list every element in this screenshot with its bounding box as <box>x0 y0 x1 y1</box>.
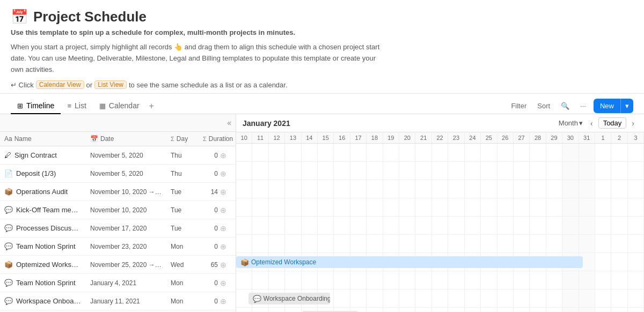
table-row[interactable]: 📦 Operations Audit November 10, 2020 → N… <box>0 183 236 201</box>
cell-date: November 17, 2020 <box>86 222 166 234</box>
row-plus-button[interactable]: ⊕ <box>220 169 226 178</box>
row-plus-button[interactable]: ⊕ <box>220 151 226 160</box>
tab-list-label: List <box>75 101 86 110</box>
tab-calendar[interactable]: ▦ Calendar <box>93 98 146 114</box>
table-row[interactable]: 📦 Optemized Workspace November 25, 2020 … <box>0 256 236 274</box>
cal-date-cell: 25 <box>481 132 497 143</box>
cell-name: 📄 Deposit (1/3) <box>0 167 86 180</box>
cell-duration: 0 ⊕ <box>199 204 231 217</box>
page-header: 📅 Project Schedule Use this template to … <box>0 0 644 94</box>
list-view-pill[interactable]: List View <box>94 80 127 89</box>
col-name-icon: Aa <box>4 135 12 143</box>
cal-date-cell: 15 <box>318 132 334 143</box>
toolbar-actions: Filter Sort 🔍 ··· New ▾ <box>508 99 633 113</box>
cell-day: Mon <box>166 295 199 307</box>
cal-today-button[interactable]: Today <box>598 117 627 129</box>
row-plus-button[interactable]: ⊕ <box>220 188 226 196</box>
table-row[interactable]: 💬 Processes Discussion November 17, 2020… <box>0 219 236 237</box>
cell-name: 📦 Operations Audit <box>0 185 86 198</box>
click-line: ↵ Click Calendar View or List View to se… <box>11 80 633 89</box>
row-plus-button[interactable]: ⊕ <box>220 206 226 214</box>
row-name: Processes Discussion <box>16 224 82 232</box>
cal-date-cell: 3 <box>628 132 644 143</box>
col-day-sum-icon: Σ <box>171 136 174 142</box>
col-name-label: Name <box>14 135 32 143</box>
cal-date-cell: 18 <box>367 132 383 143</box>
row-icon: 📄 <box>4 169 13 177</box>
calendar-view-pill[interactable]: Calendar View <box>36 80 84 89</box>
filter-button[interactable]: Filter <box>508 100 530 112</box>
new-button[interactable]: New ▾ <box>594 99 633 113</box>
row-icon: 📦 <box>4 261 13 269</box>
subtitle: Use this template to spin up a schedule … <box>11 28 633 36</box>
row-plus-button[interactable]: ⊕ <box>220 242 226 251</box>
cell-day: Mon <box>166 241 199 252</box>
table-header: « <box>0 114 236 132</box>
cal-prev-button[interactable]: ‹ <box>587 118 596 129</box>
cal-date-cell: 21 <box>415 132 431 143</box>
row-plus-button[interactable]: ⊕ <box>220 224 226 233</box>
calendar-icon: ▦ <box>99 102 106 110</box>
main-content: « Aa Name 📅 Date Σ Day Σ Duration <box>0 114 644 312</box>
gantt-bar[interactable]: 📦Optemized Workspace <box>236 256 583 268</box>
cal-next-button[interactable]: › <box>628 118 638 129</box>
col-headers: Aa Name 📅 Date Σ Day Σ Duration <box>0 132 236 146</box>
row-icon: 🖊 <box>4 151 11 159</box>
cell-date: November 10, 2020 → Nover <box>86 186 166 198</box>
cell-date: November 23, 2020 <box>86 241 166 252</box>
cell-day: Tue <box>166 204 199 216</box>
row-icon: 💬 <box>4 242 13 250</box>
row-name: Team Notion Sprint <box>16 242 76 250</box>
row-icon: 💬 <box>4 224 13 232</box>
cell-duration: 0 ⊕ <box>199 149 231 162</box>
row-icon: 💬 <box>4 206 13 214</box>
month-selector[interactable]: Month ▾ <box>559 119 583 127</box>
cell-name: 💬 Processes Discussion <box>0 222 86 234</box>
collapse-button[interactable]: « <box>0 116 236 129</box>
row-name: Team Notion Sprint <box>16 279 76 287</box>
table-rows: 🖊 Sign Contract November 5, 2020 Thu 0 ⊕… <box>0 146 236 312</box>
cal-date-cell: 30 <box>562 132 579 143</box>
cell-day: Mon <box>166 277 199 289</box>
cell-date: January 11, 2021 <box>86 295 166 307</box>
cell-day: Wed <box>166 259 199 271</box>
cell-name: 💬 Team Notion Sprint <box>0 240 86 252</box>
tab-timeline-label: Timeline <box>26 101 54 110</box>
add-tab-button[interactable]: + <box>146 99 157 113</box>
tab-timeline[interactable]: ⊞ Timeline <box>11 98 61 114</box>
table-row[interactable]: 📄 Deposit (1/3) November 5, 2020 Thu 0 ⊕ <box>0 165 236 183</box>
sort-button[interactable]: Sort <box>534 100 553 112</box>
table-row[interactable]: 💬 Kick-Off Team meeting November 10, 202… <box>0 201 236 219</box>
cal-date-cell: 19 <box>383 132 399 143</box>
month-arrow: ▾ <box>579 119 583 127</box>
more-button[interactable]: ··· <box>577 100 589 112</box>
cell-name: 📦 Optemized Workspace <box>0 258 86 271</box>
cell-name: 💬 Workspace Onboarding <box>0 295 86 307</box>
table-panel: « Aa Name 📅 Date Σ Day Σ Duration <box>0 114 236 312</box>
gantt-bar[interactable]: 💬Workspace Onboarding <box>248 293 330 304</box>
row-plus-button[interactable]: ⊕ <box>220 261 226 269</box>
cal-date-cell: 22 <box>432 132 448 143</box>
cal-date-cell: 12 <box>269 132 285 143</box>
table-row[interactable]: 🖊 Sign Contract November 5, 2020 Thu 0 ⊕ <box>0 146 236 165</box>
tab-calendar-label: Calendar <box>109 101 140 110</box>
table-row[interactable]: 💬 Team Notion Sprint November 23, 2020 M… <box>0 237 236 256</box>
row-plus-button[interactable]: ⊕ <box>220 279 226 287</box>
col-day-header: Σ Day <box>166 132 199 146</box>
cal-date-cell: 23 <box>448 132 464 143</box>
table-row[interactable]: 💬 Team Notion Sprint January 4, 2021 Mon… <box>0 274 236 292</box>
tab-list[interactable]: ≡ List <box>61 98 92 114</box>
search-button[interactable]: 🔍 <box>558 100 573 112</box>
title-text: Project Schedule <box>33 9 147 25</box>
row-icon: 💬 <box>4 297 13 305</box>
calendar-panel: January 2021 Month ▾ ‹ Today › 101112131… <box>236 114 644 312</box>
cell-day: Tue <box>166 186 199 198</box>
row-plus-button[interactable]: ⊕ <box>220 297 226 306</box>
new-button-label[interactable]: New <box>594 99 620 113</box>
page-wrapper: 📅 Project Schedule Use this template to … <box>0 0 644 312</box>
new-button-arrow[interactable]: ▾ <box>620 99 633 113</box>
row-name: Kick-Off Team meeting <box>16 206 82 214</box>
month-label: Month <box>559 119 578 127</box>
cell-date: November 5, 2020 <box>86 168 166 180</box>
table-row[interactable]: 💬 Workspace Onboarding January 11, 2021 … <box>0 292 236 310</box>
